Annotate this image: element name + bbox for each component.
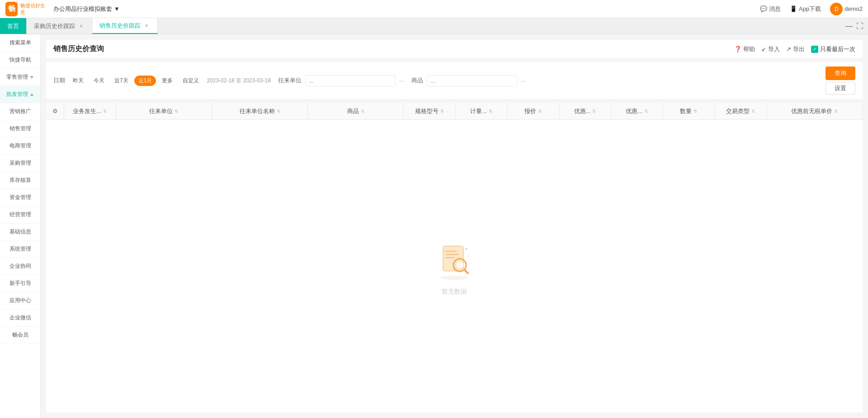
help-icon: ❓ (734, 46, 741, 52)
query-button[interactable]: 查询 (826, 66, 855, 80)
sidebar-item-search-menu[interactable]: 搜索菜单 (0, 34, 40, 52)
sidebar-finance-label: 资金管理 (9, 194, 31, 201)
message-icon: 💬 (760, 5, 767, 12)
date-btn-custom[interactable]: 自定义 (179, 76, 203, 86)
svg-text:✦: ✦ (467, 255, 470, 258)
header-right: 💬 消息 📱 App下载 D demo2 (760, 3, 863, 15)
svg-rect-3 (445, 254, 459, 255)
logo-text: 畅捷信好生意 (20, 2, 46, 15)
tab-expand-icon[interactable]: ⛶ (856, 22, 863, 30)
th-trade-type[interactable]: 交易类型 ⇅ (715, 103, 767, 119)
date-btn-more[interactable]: 更多 (158, 76, 177, 86)
sidebar-item-inventory[interactable]: 库存核算 (0, 172, 40, 189)
sidebar-wechat-label: 企业微信 (9, 314, 31, 322)
app-dropdown[interactable]: 办公用品行业模拟账套 ▼ (50, 3, 123, 15)
sidebar-item-newcomer[interactable]: 新手引导 (0, 275, 40, 292)
sidebar-search-menu-label: 搜索菜单 (9, 39, 31, 47)
sidebar-ecommerce-label: 电商管理 (9, 142, 31, 150)
tab-bar-right: — ⛶ (841, 18, 868, 34)
th-discount1[interactable]: 优惠... ⇅ (559, 103, 611, 119)
page-title: 销售历史价查询 (53, 44, 104, 54)
tab-minimize-icon[interactable]: — (845, 22, 853, 30)
sidebar-purchase-label: 采购管理 (9, 159, 31, 167)
goods-expand-btn[interactable]: ··· (521, 77, 526, 84)
svg-rect-4 (445, 257, 454, 258)
sidebar-item-sales-mgmt[interactable]: 销售管理 (0, 120, 40, 138)
th-biz-date-label: 业务发生... (73, 107, 101, 115)
tab-sales-label: 销售历史价跟踪 (99, 22, 141, 30)
sidebar-item-system[interactable]: 系统管理 (0, 241, 40, 258)
th-biz-date[interactable]: 业务发生... ⇅ (64, 103, 116, 119)
th-trade-type-label: 交易类型 (726, 107, 750, 115)
sidebar-app-center-label: 应用中心 (9, 297, 31, 304)
checkbox-icon: ✓ (811, 46, 818, 53)
th-counterpart-name[interactable]: 往来单位名称 ⇅ (212, 103, 308, 119)
sidebar-item-app-center[interactable]: 应用中心 (0, 292, 40, 309)
tab-purchase[interactable]: 采购历史价跟踪 × (27, 18, 92, 34)
help-btn[interactable]: ❓ 帮助 (734, 45, 755, 53)
date-btn-1month[interactable]: 近1月 (134, 76, 156, 86)
sidebar-item-operations[interactable]: 经营管理 (0, 206, 40, 223)
empty-icon: ✦ ✦ (432, 237, 477, 282)
th-discount1-label: 优惠... (574, 107, 591, 115)
date-btn-7days[interactable]: 近7天 (110, 76, 132, 86)
sidebar-wholesale-label: 批发管理 (6, 90, 28, 98)
th-pre-tax-price[interactable]: 优惠前无税单价 ⇅ (767, 103, 863, 119)
sidebar-item-ecommerce[interactable]: 电商管理 (0, 138, 40, 155)
message-btn[interactable]: 💬 消息 (760, 5, 781, 13)
sort-icon-trade-type: ⇅ (751, 109, 755, 114)
date-filter-group: 日期 昨天 今天 近7天 近1月 更多 自定义 2023-02-18 至 202… (53, 76, 271, 86)
sidebar-item-finance[interactable]: 资金管理 (0, 189, 40, 206)
sort-icon-quantity: ⇅ (693, 109, 697, 114)
th-quote[interactable]: 报价 ⇅ (508, 103, 560, 119)
sidebar-item-basic-info[interactable]: 基础信息 (0, 223, 40, 241)
username: demo2 (844, 5, 863, 12)
tab-home[interactable]: 首页 (0, 18, 27, 34)
sidebar-inventory-label: 库存核算 (9, 176, 31, 184)
sidebar-item-marketing[interactable]: 营销推广 (0, 103, 40, 120)
avatar: D (830, 3, 843, 15)
help-label: 帮助 (743, 45, 755, 53)
th-counterpart[interactable]: 往来单位 ⇅ (116, 103, 212, 119)
sort-icon-spec: ⇅ (440, 109, 444, 114)
sidebar-item-enterprise[interactable]: 企业协同 (0, 258, 40, 275)
app-download-btn[interactable]: 📱 App下载 (790, 5, 821, 13)
main-layout: 搜索菜单 快捷导航 零售管理 ▼ 批发管理 ▲ 营销推广 销售管理 电商管理 采… (0, 34, 868, 418)
counterpart-label: 往来单位 (278, 76, 302, 85)
sidebar-item-purchase[interactable]: 采购管理 (0, 155, 40, 172)
svg-point-6 (456, 261, 464, 269)
th-goods[interactable]: 商品 ⇅ (308, 103, 404, 119)
settings-button[interactable]: 设置 (826, 82, 855, 95)
export-label: 导出 (793, 45, 805, 53)
sidebar-item-wholesale-mgmt[interactable]: 批发管理 ▲ (0, 86, 40, 103)
sidebar-item-quick-nav[interactable]: 快捷导航 (0, 52, 40, 69)
sidebar-basic-info-label: 基础信息 (9, 228, 31, 236)
svg-rect-2 (445, 251, 457, 252)
page-title-bar: 销售历史价查询 ❓ 帮助 ↙ 导入 ↗ 导出 ✓ (46, 40, 863, 58)
sidebar-item-retail-mgmt[interactable]: 零售管理 ▼ (0, 69, 40, 86)
table-container: ⚙ 业务发生... ⇅ 往来单位 ⇅ 往来单位名称 ⇅ 商品 (46, 103, 863, 413)
import-btn[interactable]: ↙ 导入 (761, 45, 780, 53)
last-only-checkbox[interactable]: ✓ 只看最后一次 (811, 45, 855, 53)
export-btn[interactable]: ↗ 导出 (786, 45, 805, 53)
tab-sales[interactable]: 销售历史价跟踪 × (92, 18, 158, 34)
tab-bar: 首页 采购历史价跟踪 × 销售历史价跟踪 × — ⛶ (0, 18, 868, 34)
th-goods-label: 商品 (347, 107, 359, 115)
counterpart-input[interactable] (305, 75, 396, 86)
sidebar-item-vip[interactable]: 畅会员 (0, 327, 40, 344)
th-unit[interactable]: 计量... ⇅ (456, 103, 508, 119)
sidebar-item-wechat[interactable]: 企业微信 (0, 309, 40, 327)
th-discount2[interactable]: 优惠... ⇅ (611, 103, 663, 119)
goods-input[interactable] (427, 75, 517, 86)
sort-icon-discount1: ⇅ (592, 109, 596, 114)
tab-sales-close[interactable]: × (143, 22, 150, 30)
import-label: 导入 (768, 45, 780, 53)
th-quantity[interactable]: 数量 ⇅ (663, 103, 715, 119)
tab-purchase-close[interactable]: × (78, 22, 85, 30)
counterpart-expand-btn[interactable]: ··· (399, 77, 404, 84)
date-btn-yesterday[interactable]: 昨天 (69, 76, 88, 86)
user-menu[interactable]: D demo2 (830, 3, 863, 15)
table-settings-icon[interactable]: ⚙ (46, 103, 64, 119)
date-btn-today[interactable]: 今天 (90, 76, 108, 86)
th-spec[interactable]: 规格型号 ⇅ (404, 103, 456, 119)
